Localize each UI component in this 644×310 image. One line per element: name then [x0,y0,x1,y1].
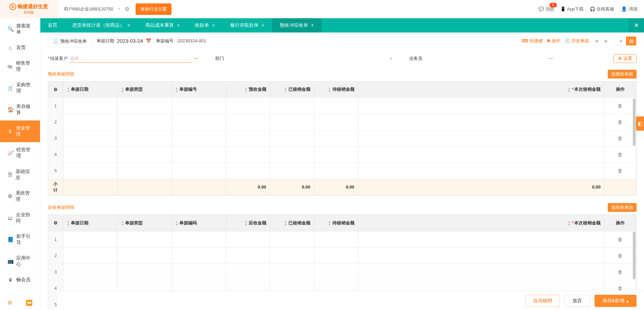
sidebar-item[interactable]: 🛒采购管理 [0,77,40,99]
close-all-tabs[interactable]: ✕ [628,18,644,32]
sidebar-item[interactable]: ⌂首页 [0,40,40,56]
col-this-verify-amt[interactable]: *本次核销金额 [358,82,604,98]
nav-tab[interactable]: 收款单✕ [187,18,223,32]
close-icon[interactable]: ✕ [261,23,265,28]
select-receivable-button[interactable]: 选应收单据 [608,203,637,212]
tab-label: 进货单统计表（按商品） [72,22,124,28]
sidebar-icon: 🗂 [7,215,13,221]
dept-select[interactable]: ▾ [226,56,392,61]
document-tab[interactable]: 🧾 预收冲应收单 [48,35,92,47]
select-prepay-button[interactable]: 选预收单据 [608,70,637,79]
app-download-link[interactable]: 📱 App下载 [560,6,584,12]
sidebar-item[interactable]: 🗂企业协同 [0,207,40,229]
close-icon[interactable]: ✕ [212,23,215,28]
settings-button[interactable]: ⚙设置 [613,54,637,63]
sidebar-item[interactable]: ＄资金管理 [0,120,40,142]
col-prepay-amt[interactable]: 预收金额 [226,82,270,98]
company-select[interactable]: 用户690企业1660120750 ▾ ⚙ [64,6,129,12]
sidebar-item[interactable]: 🏠库存核算 [0,99,40,120]
calendar-icon[interactable]: 📅 [146,38,151,43]
side-drawer-toggle[interactable]: ◧ [636,116,644,131]
trash-icon[interactable]: 🗑 [618,237,623,242]
operate-link[interactable]: ✽操作 [547,38,561,44]
table-row[interactable]: 3🗑 [48,130,636,147]
prev-icon[interactable]: ◀ [593,38,599,43]
nav-tab[interactable]: 银行存取款单✕ [223,18,272,32]
trash-icon[interactable]: 🗑 [618,119,623,125]
table-row[interactable]: 3🗑 [48,264,636,280]
col-code[interactable]: 单据编号 [172,82,226,98]
history-link[interactable]: 🕘历史单据 [565,38,589,44]
trash-icon[interactable]: 🗑 [618,285,623,291]
col-code[interactable]: 单据编码 [172,215,226,231]
view-toggle: ≡ ▤ [616,36,637,46]
nav-tab[interactable]: 预收冲应收单✕ [272,18,322,32]
table-row[interactable]: 4🗑 [48,147,636,163]
sidebar-item[interactable]: ☰基础信息 [0,164,40,185]
col-pending-amt[interactable]: 待核销金额 [314,215,358,231]
close-icon[interactable]: ✕ [311,23,314,28]
auto-verify-button[interactable]: 自动核销 [525,295,560,307]
close-icon[interactable]: ✕ [177,23,180,28]
date-value[interactable]: 2023-03-24 [117,38,143,44]
nav-tab[interactable]: 首页 [40,18,65,32]
table-row[interactable]: 2🗑 [48,114,636,130]
nav-tab[interactable]: 商品成本重算✕ [138,18,187,32]
nav-tab[interactable]: 进货单统计表（按商品）✕ [65,18,138,32]
col-gear[interactable]: ⚙ [48,82,63,98]
view-list-icon[interactable]: ≡ [616,37,626,45]
view-card-icon[interactable]: ▤ [626,37,636,45]
sidebar-item[interactable]: ⚙系统管理 [0,185,40,207]
online-service-link[interactable]: 🎧 在线客服 [590,6,614,12]
trash-icon[interactable]: 🗑 [618,103,623,109]
sidebar-item[interactable]: 📈经营管理 [0,142,40,164]
gear-icon[interactable]: ⚙ [125,6,129,12]
discard-button[interactable]: 放弃 [565,295,590,307]
col-date[interactable]: 单据日期 [63,215,117,231]
table-row[interactable]: 1🗑 [48,98,636,114]
sidebar-icon: 📘 [7,237,13,243]
close-icon[interactable]: ✕ [127,23,130,28]
top-bar: b 畅捷通好生意 精简版 用户690企业1660120750 ▾ ⚙ 体验行业方… [0,0,644,18]
trial-plan-button[interactable]: 体验行业方案 [136,3,172,15]
col-verified-amt[interactable]: 已核销金额 [270,215,314,231]
salesperson-input[interactable] [424,57,546,60]
trash-icon[interactable]: 🗑 [618,135,623,141]
collapse-icon[interactable]: ⏪ [26,300,33,306]
table-row[interactable]: 5🗑 [48,163,636,179]
table-row[interactable]: 1🗑 [48,231,636,247]
tab-label: 银行存取款单 [230,22,259,28]
trash-icon[interactable]: 🗑 [618,152,623,157]
col-op: 操作 [604,215,636,231]
user-menu[interactable]: 👤 用友 [620,5,638,13]
col-type[interactable]: 单据类型 [117,82,172,98]
sidebar-item-label: 企业协同 [16,212,33,224]
salesperson-more-icon[interactable]: ⋯ [548,56,553,61]
sidebar-item[interactable]: 🔍搜索菜单 [0,18,40,40]
save-and-new-button[interactable]: 保存&新增▴ [595,295,637,307]
messages-label: 消息 [545,6,554,12]
sidebar-item[interactable]: 🛍销售管理 [0,56,40,77]
table-row[interactable]: 2🗑 [48,247,636,264]
customer-input[interactable] [70,54,192,63]
next-icon[interactable]: ▶ [603,38,609,43]
sidebar-item[interactable]: 📘新手引导 [0,229,40,250]
shortcut-link[interactable]: ⌨快捷键 [522,38,543,44]
col-type[interactable]: 单据类型 [117,215,172,231]
customer-more-icon[interactable]: ⋯ [194,56,198,61]
sidebar-item[interactable]: 📺应用中心 [0,250,40,272]
sidebar-item[interactable]: ♛畅会员 [0,272,40,288]
gear-icon[interactable]: ⚙ [7,300,12,306]
col-receivable-amt[interactable]: 应收金额 [226,215,270,231]
col-verified-amt[interactable]: 已核销金额 [270,82,314,98]
trash-icon[interactable]: 🗑 [618,253,623,259]
col-pending-amt[interactable]: 待核销金额 [314,82,358,98]
col-this-verify-amt[interactable]: *本次核销金额 [358,215,604,231]
trash-icon[interactable]: 🗑 [618,269,623,275]
gear-icon: ⚙ [54,87,58,92]
col-gear[interactable]: ⚙ [48,215,63,231]
messages-link[interactable]: 💬 消息 [539,6,554,12]
brand-edition: 精简版 [24,10,34,15]
trash-icon[interactable]: 🗑 [618,168,623,174]
col-date[interactable]: 单据日期 [63,82,117,98]
